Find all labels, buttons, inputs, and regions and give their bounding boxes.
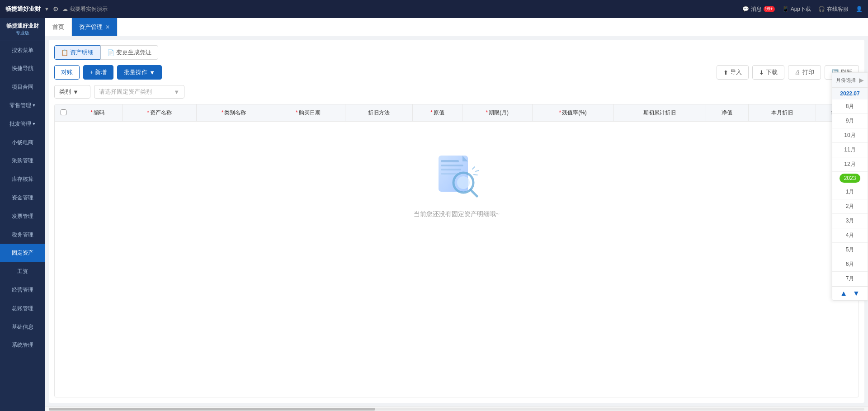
sidebar-item-fixed-assets-label: 固定资产 bbox=[12, 249, 33, 257]
sidebar-item-basic-info[interactable]: 基础信息 bbox=[0, 318, 45, 336]
svg-rect-2 bbox=[441, 165, 463, 166]
svg-point-6 bbox=[457, 176, 470, 189]
sidebar-item-tax[interactable]: 税务管理 bbox=[0, 226, 45, 244]
sidebar-item-procurement-label: 采购管理 bbox=[12, 157, 33, 165]
month-item-5[interactable]: 5月 bbox=[832, 243, 868, 257]
month-item-12[interactable]: 12月 bbox=[832, 157, 868, 172]
asset-table: *编码 *资产名称 *类别名称 *购买日期 折旧方法 *原值 *期限(月) *残… bbox=[55, 104, 859, 246]
table-header-code: *编码 bbox=[73, 104, 122, 122]
message-button[interactable]: 💬 消息 99 bbox=[742, 5, 775, 13]
category-type-arrow: ▼ bbox=[73, 89, 79, 95]
sidebar-item-search[interactable]: 搜索菜单 bbox=[0, 41, 45, 60]
empty-illustration bbox=[429, 149, 484, 203]
tab-bar: 首页 资产管理 ✕ bbox=[45, 18, 868, 36]
svg-line-10 bbox=[474, 175, 477, 175]
online-service-label: 在线客服 bbox=[827, 5, 849, 13]
month-item-2[interactable]: 2月 bbox=[832, 199, 868, 214]
app-download-icon: 📱 bbox=[782, 6, 789, 12]
sidebar-item-invoice[interactable]: 发票管理 bbox=[0, 207, 45, 226]
sidebar-item-system-label: 系统管理 bbox=[12, 341, 33, 349]
sidebar-item-inventory[interactable]: 库存核算 bbox=[0, 170, 45, 189]
month-item-6[interactable]: 6月 bbox=[832, 257, 868, 272]
sidebar-item-inventory-label: 库存核算 bbox=[12, 175, 33, 183]
month-year-2022[interactable]: 2022.07 bbox=[832, 88, 868, 99]
month-item-4[interactable]: 4月 bbox=[832, 228, 868, 243]
sidebar-item-ledger[interactable]: 总账管理 bbox=[0, 299, 45, 318]
sub-tab-voucher-label: 变更生成凭证 bbox=[116, 48, 151, 57]
print-button[interactable]: 🖨 打印 bbox=[788, 65, 821, 80]
month-panel: 月份选择 ▶ 2022.07 8月 9月 10月 11月 12月 2023 1月… bbox=[832, 72, 868, 301]
month-item-9[interactable]: 9月 bbox=[832, 114, 868, 128]
category-type-select[interactable]: 类别 ▼ bbox=[54, 85, 90, 99]
table-header-net-value: 净值 bbox=[706, 104, 748, 122]
sidebar-item-system[interactable]: 系统管理 bbox=[0, 336, 45, 354]
content-area: 首页 资产管理 ✕ 📋 资产明细 📄 变更生成凭证 bbox=[45, 18, 868, 411]
sidebar-item-tax-label: 税务管理 bbox=[12, 231, 33, 239]
sub-tab-generate-voucher[interactable]: 📄 变更生成凭证 bbox=[100, 45, 158, 60]
wholesale-arrow-icon: ▼ bbox=[32, 122, 36, 126]
category-placeholder: 请选择固定资产类别 bbox=[99, 88, 152, 96]
month-item-7[interactable]: 7月 bbox=[832, 272, 868, 286]
sidebar-item-ecommerce[interactable]: 小畅电商 bbox=[0, 133, 45, 152]
tab-home[interactable]: 首页 bbox=[45, 18, 72, 36]
toolbar-left: 对账 + 新增 批量操作 ▼ bbox=[54, 65, 162, 80]
select-all-checkbox[interactable] bbox=[61, 109, 66, 115]
empty-state: 当前您还没有固定资产明细哦~ bbox=[55, 122, 859, 246]
user-info[interactable]: 👤 bbox=[856, 6, 863, 12]
table-header-period: *期限(月) bbox=[462, 104, 532, 122]
sidebar-item-procurement[interactable]: 采购管理 bbox=[0, 151, 45, 170]
demo-link[interactable]: ☁ 我要看实例演示 bbox=[62, 5, 108, 13]
month-item-3[interactable]: 3月 bbox=[832, 214, 868, 228]
sidebar-item-fixed-assets[interactable]: 固定资产 bbox=[0, 244, 45, 262]
month-panel-collapse-icon[interactable]: ▶ bbox=[859, 76, 864, 84]
month-item-10[interactable]: 10月 bbox=[832, 128, 868, 143]
filter-bar: 类别 ▼ 请选择固定资产类别 ▼ bbox=[54, 85, 859, 99]
settings-icon[interactable]: ⚙ bbox=[53, 5, 59, 13]
tab-asset-management[interactable]: 资产管理 ✕ bbox=[72, 18, 118, 36]
scroll-thumb bbox=[49, 408, 375, 411]
month-item-8[interactable]: 8月 bbox=[832, 99, 868, 114]
top-bar-left: 畅捷通好业财 ▼ ⚙ ☁ 我要看实例演示 bbox=[5, 5, 108, 13]
sidebar-item-funds[interactable]: 资金管理 bbox=[0, 189, 45, 207]
sub-tabs: 📋 资产明细 📄 变更生成凭证 bbox=[54, 45, 859, 60]
table-header-checkbox bbox=[55, 104, 73, 122]
download-button[interactable]: ⬇ 下载 bbox=[752, 65, 784, 80]
headset-icon: 🎧 bbox=[818, 6, 825, 12]
sidebar-item-payroll[interactable]: 工资 bbox=[0, 262, 45, 281]
sidebar-item-retail[interactable]: 零售管理 ▼ bbox=[0, 96, 45, 115]
month-item-11[interactable]: 11月 bbox=[832, 143, 868, 157]
reconcile-button[interactable]: 对账 bbox=[54, 65, 80, 80]
category-search-input[interactable]: 请选择固定资产类别 ▼ bbox=[94, 85, 184, 99]
svg-line-8 bbox=[472, 167, 475, 169]
sidebar-item-contracts[interactable]: 项目合同 bbox=[0, 78, 45, 96]
month-item-1[interactable]: 1月 bbox=[832, 185, 868, 199]
import-icon: ⬆ bbox=[723, 69, 728, 76]
year-2023-marker[interactable]: 2023 bbox=[840, 174, 860, 183]
top-bar: 畅捷通好业财 ▼ ⚙ ☁ 我要看实例演示 💬 消息 99 📱 App下载 🎧 在… bbox=[0, 0, 868, 18]
app-download-button[interactable]: 📱 App下载 bbox=[782, 5, 811, 13]
reconcile-label: 对账 bbox=[61, 68, 73, 76]
add-button[interactable]: + 新增 bbox=[83, 65, 113, 80]
online-service-button[interactable]: 🎧 在线客服 bbox=[818, 5, 849, 13]
month-panel-header: 月份选择 ▶ bbox=[832, 73, 868, 88]
table-header-name: *资产名称 bbox=[122, 104, 196, 122]
table-header-method: 折旧方法 bbox=[345, 104, 413, 122]
bottom-scrollbar[interactable] bbox=[45, 406, 868, 411]
table-header-accumulated: 期初累计折旧 bbox=[613, 104, 706, 122]
voucher-icon: 📄 bbox=[107, 49, 114, 56]
sidebar-item-quicknav[interactable]: 快捷导航 bbox=[0, 59, 45, 78]
import-button[interactable]: ⬆ 导入 bbox=[717, 65, 749, 80]
tab-close-icon[interactable]: ✕ bbox=[105, 24, 110, 30]
category-type-label: 类别 bbox=[59, 88, 71, 96]
user-avatar: 👤 bbox=[856, 6, 863, 12]
company-dropdown[interactable]: ▼ bbox=[44, 6, 49, 12]
month-down-arrow[interactable]: ▼ bbox=[853, 289, 860, 298]
sidebar-item-operations[interactable]: 经营管理 bbox=[0, 281, 45, 299]
sub-tab-asset-detail[interactable]: 📋 资产明细 bbox=[54, 45, 100, 60]
sub-tab-asset-detail-label: 资产明细 bbox=[70, 48, 94, 57]
batch-label: 批量操作 bbox=[124, 68, 147, 76]
batch-button[interactable]: 批量操作 ▼ bbox=[117, 65, 162, 80]
main-layout: 畅捷通好业财 专业版 搜索菜单 快捷导航 项目合同 零售管理 ▼ 批发管理 ▼ … bbox=[0, 18, 868, 411]
month-up-arrow[interactable]: ▲ bbox=[840, 289, 847, 298]
sidebar-item-wholesale[interactable]: 批发管理 ▼ bbox=[0, 115, 45, 133]
